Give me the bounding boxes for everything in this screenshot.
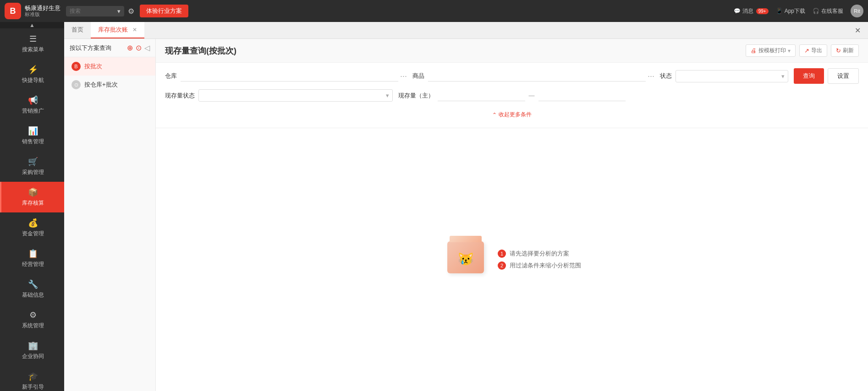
phone-icon: 📱 <box>776 8 783 14</box>
warehouse-input[interactable] <box>181 71 398 81</box>
sidebar-items: ☰ 搜索菜单 ⚡ 快捷导航 📢 营销推广 📊 销售管理 🛒 采购管理 📦 库 <box>0 28 64 391</box>
qty-dash: — <box>529 92 535 99</box>
inventory-qty-max-input[interactable] <box>538 90 626 101</box>
sales-icon: 📊 <box>28 126 38 136</box>
hint-num-1: 1 <box>498 250 506 258</box>
collapse-icon: ⌃ <box>492 112 497 118</box>
empty-box-graphic <box>447 241 484 273</box>
purchase-icon: 🛒 <box>28 157 38 167</box>
sidebar-item-quick[interactable]: ⚡ 快捷导航 <box>0 59 64 90</box>
print-icon: 🖨 <box>751 47 757 54</box>
tab-close-main-icon[interactable]: ✕ <box>847 22 868 38</box>
print-button[interactable]: 🖨 按模板打印 ▾ <box>746 44 796 57</box>
content-area: 首页 库存批次账 ✕ ✕ 按以下方案查询 ⊕ ⊙ ◁ <box>64 22 868 391</box>
export-button[interactable]: ↗ 导出 <box>799 44 827 57</box>
search-menu-icon: ☰ <box>29 34 37 44</box>
batch-plan-icon: B <box>71 62 81 71</box>
operations-icon: 📋 <box>28 249 38 259</box>
filter-area: 仓库 ··· 商品 ··· 状态 <box>156 63 868 128</box>
refresh-icon: ↻ <box>836 47 841 54</box>
product-more-icon[interactable]: ··· <box>648 71 654 81</box>
sidebar: ▲ ☰ 搜索菜单 ⚡ 快捷导航 📢 营销推广 📊 销售管理 🛒 采购管理 <box>0 22 64 391</box>
sidebar-item-operations[interactable]: 📋 经营管理 <box>0 243 64 274</box>
right-panel: 现存量查询(按批次) 🖨 按模板打印 ▾ ↗ 导出 ↻ <box>156 39 868 391</box>
empty-hint-1: 1 请先选择要分析的方案 <box>498 250 581 258</box>
main-layout: ▲ ☰ 搜索菜单 ⚡ 快捷导航 📢 营销推广 📊 销售管理 🛒 采购管理 <box>0 22 868 391</box>
filter-warehouse: 仓库 ··· <box>165 71 407 81</box>
filter-status: 状态 ▾ <box>660 70 788 82</box>
empty-icon <box>443 237 489 282</box>
inventory-qty-label: 现存量（主） <box>398 92 434 100</box>
user-avatar-area[interactable]: Rit <box>851 5 863 17</box>
marketing-icon: 📢 <box>28 95 38 105</box>
collapse-bar[interactable]: ⌃ 收起更多条件 <box>165 107 859 122</box>
left-panel: 按以下方案查询 ⊕ ⊙ ◁ B 按批次 ⊙ 按仓库+批次 <box>64 39 156 391</box>
left-panel-header: 按以下方案查询 ⊕ ⊙ ◁ <box>64 39 155 57</box>
hint-num-2: 2 <box>498 261 506 270</box>
sidebar-item-enterprise[interactable]: 🏢 企业协同 <box>0 335 64 366</box>
collapse-label: 收起更多条件 <box>499 111 532 119</box>
sidebar-item-sales[interactable]: 📊 销售管理 <box>0 120 64 151</box>
sidebar-scroll-up[interactable]: ▲ <box>0 22 64 28</box>
messages-button[interactable]: 💬 消息 99+ <box>734 7 769 15</box>
headset-icon: 🎧 <box>813 8 819 14</box>
action-buttons: 查询 设置 <box>794 68 859 84</box>
tab-inventory-batch[interactable]: 库存批次账 ✕ <box>91 22 144 38</box>
sidebar-item-purchase[interactable]: 🛒 采购管理 <box>0 151 64 182</box>
empty-state: 1 请先选择要分析的方案 2 用过滤条件来缩小分析范围 <box>443 237 581 282</box>
message-icon: 💬 <box>734 8 741 14</box>
add-plan-icon[interactable]: ⊕ <box>127 43 133 52</box>
inventory-status-select-wrapper: ▾ <box>198 89 393 102</box>
manage-plan-icon[interactable]: ⊙ <box>136 43 142 52</box>
inventory-qty-min-input[interactable] <box>438 90 525 101</box>
sidebar-item-finance[interactable]: 💰 资金管理 <box>0 212 64 243</box>
query-button[interactable]: 查询 <box>794 68 824 84</box>
empty-hints: 1 请先选择要分析的方案 2 用过滤条件来缩小分析范围 <box>498 250 581 270</box>
status-select[interactable] <box>676 70 788 82</box>
search-input[interactable] <box>70 8 115 14</box>
quick-nav-icon: ⚡ <box>28 65 38 75</box>
top-nav-right: 💬 消息 99+ 📱 App下载 🎧 在线客服 Rit <box>734 5 863 17</box>
settings-icon[interactable]: ⚙ <box>128 7 134 16</box>
inventory-icon: 📦 <box>28 187 38 197</box>
search-dropdown-icon[interactable]: ▾ <box>117 8 121 15</box>
page-header-actions: 🖨 按模板打印 ▾ ↗ 导出 ↻ 刷新 <box>746 44 859 57</box>
page-content: 按以下方案查询 ⊕ ⊙ ◁ B 按批次 ⊙ 按仓库+批次 <box>64 39 868 391</box>
sidebar-item-marketing[interactable]: 📢 营销推广 <box>0 90 64 120</box>
sidebar-item-basic[interactable]: 🔧 基础信息 <box>0 274 64 304</box>
inventory-status-select[interactable] <box>198 89 393 102</box>
warehouse-label: 仓库 <box>165 72 177 80</box>
top-nav: B 畅康通好生意 标准版 ▾ ⚙ 体验行业方案 💬 消息 99+ 📱 App下载… <box>0 0 868 22</box>
warehouse-batch-plan-icon: ⊙ <box>71 80 81 89</box>
tab-home[interactable]: 首页 <box>64 22 91 38</box>
sidebar-item-inventory[interactable]: 📦 库存核算 <box>0 182 64 212</box>
page-header: 现存量查询(按批次) 🖨 按模板打印 ▾ ↗ 导出 ↻ <box>156 39 868 63</box>
sidebar-item-system[interactable]: ⚙ 系统管理 <box>0 304 64 335</box>
tab-close-icon[interactable]: ✕ <box>132 27 137 33</box>
avatar: Rit <box>851 5 863 17</box>
collapse-panel-icon[interactable]: ◁ <box>144 43 150 52</box>
finance-icon: 💰 <box>28 218 38 228</box>
filter-row-2: 现存量状态 ▾ 现存量（主） — <box>165 89 859 102</box>
settings-button[interactable]: 设置 <box>828 68 859 84</box>
sidebar-item-search[interactable]: ☰ 搜索菜单 <box>0 28 64 59</box>
app-download-button[interactable]: 📱 App下载 <box>776 7 805 15</box>
empty-hint-2: 2 用过滤条件来缩小分析范围 <box>498 261 581 270</box>
system-icon: ⚙ <box>29 310 37 320</box>
plan-item-warehouse-batch[interactable]: ⊙ 按仓库+批次 <box>64 76 155 94</box>
online-service-button[interactable]: 🎧 在线客服 <box>813 7 843 15</box>
trial-button[interactable]: 体验行业方案 <box>140 5 188 17</box>
sidebar-item-guide[interactable]: 🎓 新手引导 <box>0 366 64 391</box>
search-bar[interactable]: ▾ <box>66 6 124 16</box>
app-logo: B <box>5 3 21 19</box>
refresh-button[interactable]: ↻ 刷新 <box>831 44 859 57</box>
enterprise-icon: 🏢 <box>28 341 38 351</box>
page-title: 现存量查询(按批次) <box>165 45 236 56</box>
product-label: 商品 <box>412 72 424 80</box>
product-input[interactable] <box>428 71 646 81</box>
plan-item-batch[interactable]: B 按批次 <box>64 57 155 76</box>
print-dropdown-icon[interactable]: ▾ <box>788 48 791 54</box>
warehouse-more-icon[interactable]: ··· <box>400 71 407 81</box>
filter-inventory-status: 现存量状态 ▾ <box>165 89 393 102</box>
main-body: 1 请先选择要分析的方案 2 用过滤条件来缩小分析范围 <box>156 128 868 391</box>
